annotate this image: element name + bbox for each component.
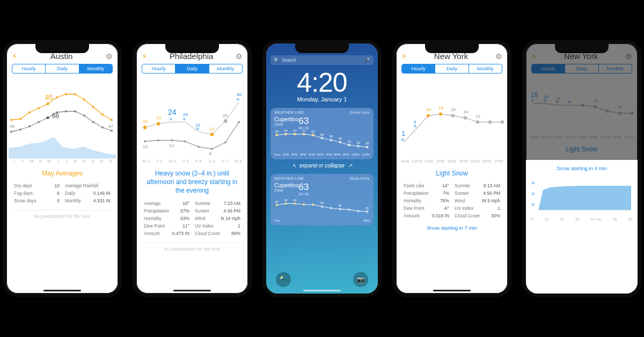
svg-point-44 — [144, 141, 146, 143]
svg-point-83 — [330, 207, 332, 209]
svg-text:❄︎: ❄︎ — [169, 117, 173, 122]
svg-text:24: 24 — [168, 108, 177, 116]
stat-row: Amount0.473 IN — [144, 230, 189, 237]
camera-button[interactable]: 📷 — [353, 272, 368, 287]
widget-location: Cupertino — [274, 182, 299, 188]
precip-chart: ❄︎❄︎❄︎ 010203040 min5060 — [531, 174, 632, 221]
daily-chart: 19 23 ❄︎24 ❄︎24 ❄︎15 13 25 ❄︎40 12136 — [138, 77, 246, 160]
svg-text:12: 12 — [143, 144, 148, 149]
tab-hourly[interactable]: Hourly — [402, 64, 435, 73]
svg-point-19 — [74, 93, 76, 96]
tab-monthly[interactable]: Monthly — [79, 64, 112, 73]
svg-point-64 — [357, 145, 360, 148]
stat-row: UV Index1 — [195, 222, 240, 230]
svg-text:48: 48 — [10, 124, 14, 129]
svg-text:25: 25 — [223, 113, 228, 118]
svg-text:64: 64 — [294, 199, 297, 202]
tab-monthly[interactable]: Monthly — [469, 64, 502, 73]
svg-text:13: 13 — [169, 143, 174, 148]
svg-point-59 — [312, 134, 314, 136]
lock-note: ↖︎expand or collapse↗︎ — [266, 163, 378, 169]
svg-point-100 — [439, 113, 442, 116]
tab-hourly[interactable]: Hourly — [142, 64, 175, 73]
svg-point-38 — [210, 133, 214, 136]
svg-point-120 — [631, 112, 634, 115]
mic-icon[interactable]: 🎤 — [364, 57, 370, 63]
bolt-icon: ⚡︎ — [142, 52, 147, 61]
svg-point-86 — [357, 210, 359, 212]
precip-link[interactable]: Snow starting in 4 min — [526, 160, 638, 171]
svg-point-18 — [65, 93, 67, 96]
svg-point-21 — [92, 106, 94, 108]
svg-text:❄︎: ❄︎ — [182, 117, 186, 122]
svg-text:15: 15 — [195, 123, 200, 128]
tab-monthly[interactable]: Monthly — [598, 64, 632, 73]
svg-text:19: 19 — [143, 119, 148, 124]
svg-point-62 — [339, 141, 341, 143]
svg-text:60: 60 — [320, 133, 324, 136]
search-field[interactable]: 🔍 Search 🎤 — [270, 55, 374, 65]
tab-hourly[interactable]: Hourly — [12, 64, 45, 73]
tab-monthly[interactable]: Monthly — [209, 64, 242, 73]
phone-austin: ⚡︎ Austin ⚙︎ Hourly Daily Monthly 85 66 … — [3, 40, 122, 297]
svg-text:51: 51 — [357, 141, 360, 144]
svg-text:❄︎: ❄︎ — [236, 97, 240, 102]
svg-text:9: 9 — [414, 120, 416, 124]
headline: Heavy snow (2–4 in.) until afternoon and… — [136, 164, 248, 199]
svg-point-104 — [464, 116, 467, 120]
gear-icon[interactable]: ⚙︎ — [625, 52, 632, 61]
svg-point-22 — [101, 114, 104, 116]
precip-link[interactable]: Snow starting in 7 min — [396, 221, 508, 231]
stat-row: Amount0.018 IN — [404, 212, 449, 219]
widget-toggle[interactable]: Show Less — [350, 111, 370, 114]
stat-row: Fog days6 — [14, 189, 60, 197]
widget-title: WEATHER LINE — [274, 177, 304, 180]
svg-point-2 — [28, 126, 31, 128]
svg-point-11 — [111, 130, 113, 132]
widget-toggle[interactable]: Show More — [349, 177, 370, 180]
tab-daily[interactable]: Daily — [175, 64, 208, 73]
widget-condition: Clear — [274, 188, 299, 192]
svg-point-119 — [618, 112, 621, 115]
svg-text:6: 6 — [209, 151, 212, 156]
widget-hilo: 64 / 41 — [299, 126, 310, 130]
tab-daily[interactable]: Daily — [565, 64, 598, 73]
headline: May Averages — [6, 164, 118, 181]
widget-temp: 63 — [299, 116, 310, 127]
svg-point-79 — [294, 202, 296, 204]
svg-text:64: 64 — [302, 130, 305, 132]
svg-point-81 — [312, 203, 314, 206]
lock-clock: 4:20 — [266, 67, 378, 98]
svg-text:64: 64 — [284, 130, 288, 132]
gear-icon[interactable]: ⚙︎ — [495, 52, 502, 61]
svg-text:52: 52 — [348, 140, 351, 143]
flashlight-button[interactable]: 🔦 — [276, 272, 291, 287]
tab-hourly[interactable]: Hourly — [532, 64, 565, 73]
stat-row: Monthly4.531 IN — [65, 197, 111, 204]
stat-row: Sunrise8:13 AM — [455, 182, 500, 189]
gear-icon[interactable]: ⚙︎ — [236, 52, 243, 61]
svg-point-57 — [294, 133, 296, 135]
tab-bar: Hourly Daily Monthly — [12, 64, 113, 74]
stat-row: Sunset4:50 PM — [455, 189, 500, 197]
weather-widget-expanded[interactable]: WEATHER LINEShow Less Cupertino Clear 63… — [270, 108, 374, 159]
svg-point-60 — [321, 137, 324, 140]
stat-row: Sunset4:49 PM — [195, 207, 240, 215]
gear-icon[interactable]: ⚙︎ — [106, 52, 113, 61]
svg-point-28 — [143, 126, 147, 129]
weather-widget-collapsed[interactable]: WEATHER LINEShow More Cupertino Clear 63… — [270, 174, 374, 225]
svg-text:15: 15 — [544, 94, 548, 99]
svg-text:60: 60 — [320, 201, 324, 204]
tab-daily[interactable]: Daily — [435, 64, 468, 73]
svg-point-77 — [276, 204, 278, 206]
svg-text:16: 16 — [438, 106, 443, 111]
svg-point-3 — [38, 121, 40, 123]
svg-text:❄︎: ❄︎ — [531, 181, 535, 186]
tab-daily[interactable]: Daily — [45, 64, 78, 73]
widget-hours: Now9PM — [274, 219, 370, 222]
svg-point-82 — [321, 206, 323, 208]
svg-point-48 — [197, 146, 200, 148]
svg-text:24: 24 — [183, 112, 188, 117]
lock-date: Monday, January 1 — [266, 96, 378, 102]
svg-point-80 — [303, 203, 305, 206]
